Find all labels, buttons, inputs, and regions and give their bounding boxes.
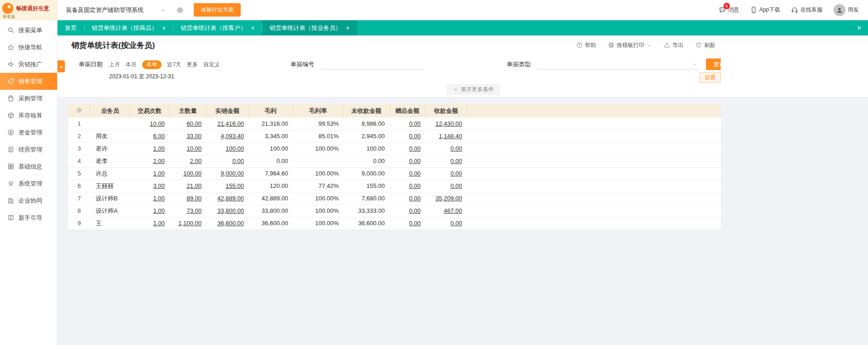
cell-1[interactable]: 33.00 [169,130,206,142]
cell-6[interactable]: 0.00 [389,155,425,167]
tab-close-icon[interactable]: × [162,24,166,32]
sidebar-item-cube[interactable]: 库存核算 [0,107,57,124]
refresh-button[interactable]: 刷新 [695,41,715,49]
tab-0[interactable]: 首页 [58,20,84,35]
messages-button[interactable]: 6 消息 [719,6,739,14]
cell-0[interactable]: 1.00 [130,167,169,180]
settings-gear-icon[interactable] [176,6,184,14]
cell-1[interactable]: 1,100.00 [169,217,206,229]
tab-2[interactable]: 销货单统计表（按客户）× [173,20,262,35]
column-header-2[interactable]: 主数量 [169,104,206,117]
cell-7[interactable]: 0.00 [425,142,467,155]
sidebar-item-megaphone[interactable]: 营销推广 [0,56,57,73]
cell-1[interactable]: 10.00 [169,142,206,155]
column-header-1[interactable]: 交易次数 [130,104,169,117]
date-option-0[interactable]: 上月 [109,61,120,69]
expand-more-conditions-button[interactable]: 展开更多条件 [447,84,500,95]
cell-2[interactable]: 33,800.00 [206,205,249,217]
cell-7[interactable]: 0.00 [425,167,467,180]
tab-3[interactable]: 销货单统计表（按业务员）× [262,20,357,35]
app-download-button[interactable]: App下载 [750,6,780,14]
cell-0[interactable]: 1.00 [130,205,169,217]
sidebar-item-doc[interactable]: 经营管理 [0,141,57,158]
cell-2[interactable]: 42,889.00 [206,192,249,205]
sidebar-item-grid[interactable]: 基础信息 [0,158,57,175]
user-menu[interactable]: 用友 [833,4,859,16]
cell-1[interactable]: 89.00 [169,192,206,205]
cell-2[interactable]: 21,416.00 [206,117,249,130]
export-button[interactable]: 导出 [664,41,683,49]
cell-6[interactable]: 0.00 [389,117,425,130]
settings-button[interactable]: 设置 [700,72,721,82]
cell-7[interactable]: 0.00 [425,180,467,192]
cell-2[interactable]: 100.00 [206,142,249,155]
filter-collapse-handle[interactable]: » [58,60,65,72]
online-service-button[interactable]: 在线客服 [791,6,822,14]
date-option-2[interactable]: 本年 [142,60,162,69]
date-option-4[interactable]: 更多 [187,61,198,69]
sidebar-item-home[interactable]: 快捷导航 [0,39,57,56]
column-header-5[interactable]: 毛利率 [293,104,343,117]
date-range-value[interactable]: 2023-01-01 至 2023-12-31 [109,73,220,81]
cell-1[interactable]: 21.00 [169,180,206,192]
cell-1[interactable]: 100.00 [169,167,206,180]
cell-6[interactable]: 0.00 [389,142,425,155]
sidebar-item-book[interactable]: 新手引导 [0,209,57,226]
column-header-3[interactable]: 实销金额 [206,104,249,117]
cell-0[interactable]: 1.00 [130,217,169,229]
app-logo[interactable]: 畅捷通好生意 标准版 [0,0,57,20]
cell-7[interactable]: 467.00 [425,205,467,217]
date-option-3[interactable]: 近7天 [167,61,181,69]
table-row: 9王1.001,100.0036,600.0036,600.00100.00%3… [68,217,721,229]
cell-6[interactable]: 0.00 [389,130,425,142]
sidebar-item-search[interactable]: 搜索菜单 [0,22,57,39]
trial-industry-button[interactable]: 体验行业方案 [194,3,241,17]
cell-6[interactable]: 0.00 [389,205,425,217]
cell-7[interactable]: 12,430.00 [425,117,467,130]
cell-7[interactable]: 35,209.00 [425,192,467,205]
cell-0[interactable]: 6.00 [130,130,169,142]
print-by-template-button[interactable]: 按模板打印 [608,41,652,49]
sidebar-item-building[interactable]: 企业协同 [0,192,57,209]
cell-7[interactable]: 0.00 [425,217,467,229]
column-header-8[interactable]: 收款金额 [425,104,467,117]
cell-2[interactable]: 4,093.40 [206,130,249,142]
cell-2[interactable]: 36,600.00 [206,217,249,229]
cell-0[interactable]: 1.00 [130,142,169,155]
tab-1[interactable]: 销货单统计表（按商品）× [84,20,173,35]
system-select[interactable]: 装备及固定资产辅助管理系统 [66,6,166,14]
cell-1[interactable]: 60.00 [169,117,206,130]
tab-close-icon[interactable]: × [251,24,255,32]
sidebar-item-bag[interactable]: 采购管理 [0,90,57,107]
column-settings-icon[interactable] [76,107,82,113]
cell-7[interactable]: 1,148.40 [425,130,467,142]
cell-6[interactable]: 0.00 [389,180,425,192]
cell-0[interactable]: 1.00 [130,192,169,205]
sidebar-item-sale[interactable]: 销售管理 [0,73,57,90]
sidebar-item-money[interactable]: 资金管理 [0,124,57,141]
date-option-5[interactable]: 自定义 [203,61,220,69]
column-header-0[interactable]: 业务员 [90,104,130,117]
cell-0[interactable]: 2.00 [130,155,169,167]
tabbar-close-icon[interactable]: × [851,20,868,35]
cell-6[interactable]: 0.00 [389,167,425,180]
column-header-7[interactable]: 赠品金额 [389,104,425,117]
cell-1[interactable]: 73.00 [169,205,206,217]
doc-type-select[interactable] [537,59,699,70]
cell-7[interactable]: 0.00 [425,155,467,167]
doc-no-input[interactable] [321,59,424,70]
cell-1[interactable]: 2.00 [169,155,206,167]
cell-2[interactable]: 0.00 [206,155,249,167]
cell-2[interactable]: 155.00 [206,180,249,192]
cell-0[interactable]: 10.00 [130,117,169,130]
column-header-4[interactable]: 毛利 [249,104,293,117]
cell-2[interactable]: 9,000.00 [206,167,249,180]
cell-6[interactable]: 0.00 [389,192,425,205]
cell-6[interactable]: 0.00 [389,217,425,229]
sidebar-item-gear[interactable]: 系统管理 [0,175,57,192]
cell-0[interactable]: 3.00 [130,180,169,192]
tab-close-icon[interactable]: × [346,24,349,32]
column-header-6[interactable]: 未收款金额 [343,104,389,117]
help-button[interactable]: 帮助 [576,41,596,49]
date-option-1[interactable]: 本月 [126,61,137,69]
